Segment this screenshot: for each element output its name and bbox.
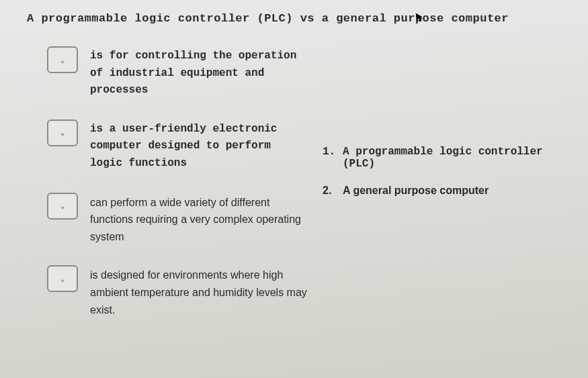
dropdown-1[interactable]: ⌄ [47,46,78,73]
answer-number: 2. [323,185,336,197]
match-item-text: is a user-friendly electronic computer d… [90,118,309,173]
match-item-2: ⌄ is a user-friendly electronic computer… [47,118,309,173]
chevron-down-icon: ⌄ [60,128,65,138]
match-item-text: is for controlling the operation of indu… [90,45,309,99]
match-item-4: ⌄ is designed for environments where hig… [47,264,309,318]
answer-option-2: 2. A general purpose computer [323,185,561,197]
dropdown-2[interactable]: ⌄ [47,120,78,146]
content-wrapper: ⌄ is for controlling the operation of in… [27,45,561,337]
answer-text: A programmable logic controller (PLC) [343,146,561,170]
chevron-down-icon: ⌄ [60,274,65,284]
dropdown-4[interactable]: ⌄ [47,265,78,292]
match-items-column: ⌄ is for controlling the operation of in… [27,45,309,337]
dropdown-3[interactable]: ⌄ [47,193,78,220]
answer-option-1: 1. A programmable logic controller (PLC) [323,146,561,170]
answer-number: 1. [323,146,336,170]
chevron-down-icon: ⌄ [60,55,65,65]
match-item-text: can perform a wide variety of different … [90,191,309,246]
chevron-down-icon: ⌄ [60,201,65,211]
match-item-3: ⌄ can perform a wide variety of differen… [47,191,309,246]
answer-text: A general purpose computer [343,185,489,197]
match-item-text: is designed for environments where high … [90,264,309,318]
match-item-1: ⌄ is for controlling the operation of in… [47,45,309,99]
answer-options-column: 1. A programmable logic controller (PLC)… [323,45,561,337]
question-title: A programmable logic controller (PLC) vs… [27,12,561,25]
